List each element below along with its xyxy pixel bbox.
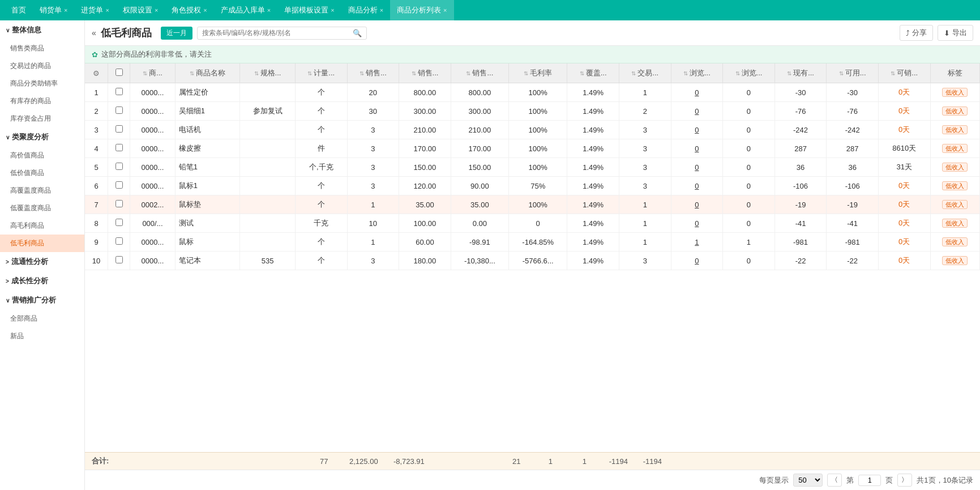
sidebar-item-low-coverage[interactable]: 低覆盖度商品 xyxy=(0,199,84,217)
nav-product-entry-close[interactable]: × xyxy=(267,7,271,14)
browse1-link-4[interactable]: 0 xyxy=(695,163,699,172)
nav-product-analysis-close[interactable]: × xyxy=(380,7,383,14)
col-settings[interactable]: ⚙ xyxy=(85,63,108,83)
settings-icon[interactable]: ⚙ xyxy=(93,69,100,78)
browse1-link-8[interactable]: 1 xyxy=(695,238,699,246)
row-browse1-9[interactable]: 0 xyxy=(671,252,723,270)
row-browse1-5[interactable]: 0 xyxy=(671,177,723,195)
row-checkbox-4[interactable] xyxy=(108,158,130,177)
row-browse1-3[interactable]: 0 xyxy=(671,139,723,158)
sidebar-collapse-btn[interactable]: « xyxy=(92,28,96,37)
row-tag-0[interactable]: 低收入 xyxy=(930,83,979,102)
col-name[interactable]: ⇅商品名称 xyxy=(175,63,239,83)
row-select-1[interactable] xyxy=(115,106,123,114)
nav-permissions[interactable]: 权限设置 × xyxy=(116,0,165,20)
sidebar-item-new-goods[interactable]: 新品 xyxy=(0,327,84,345)
row-select-8[interactable] xyxy=(115,237,123,245)
col-browse1[interactable]: ⇅浏览... xyxy=(671,63,723,83)
prev-page-btn[interactable]: 〈 xyxy=(827,474,842,487)
nav-permissions-close[interactable]: × xyxy=(155,7,158,14)
row-tag-8[interactable]: 低收入 xyxy=(930,233,979,252)
row-tag-4[interactable]: 低收入 xyxy=(930,158,979,177)
row-select-3[interactable] xyxy=(115,144,123,151)
sidebar-group-marketing[interactable]: ∨ 营销推广分析 xyxy=(0,291,84,310)
row-tag-5[interactable]: 低收入 xyxy=(930,177,979,195)
row-checkbox-0[interactable] xyxy=(108,83,130,102)
nav-product-analysis-list-close[interactable]: × xyxy=(443,7,447,14)
next-page-btn[interactable]: 〉 xyxy=(897,474,912,487)
row-select-7[interactable] xyxy=(115,219,123,226)
row-checkbox-6[interactable] xyxy=(108,195,130,214)
nav-sales-close[interactable]: × xyxy=(64,7,67,14)
row-checkbox-9[interactable] xyxy=(108,252,130,270)
sidebar-item-high-margin[interactable]: 高毛利商品 xyxy=(0,217,84,235)
row-browse1-6[interactable]: 0 xyxy=(671,195,723,214)
sidebar-item-all-goods[interactable]: 全部商品 xyxy=(0,310,84,327)
sidebar-item-high-value[interactable]: 高价值商品 xyxy=(0,147,84,164)
sidebar-item-traded-goods[interactable]: 交易过的商品 xyxy=(0,57,84,75)
sidebar-item-category-rate[interactable]: 商品分类助销率 xyxy=(0,75,84,92)
col-available[interactable]: ⇅可用... xyxy=(827,63,879,83)
sidebar-group-growth[interactable]: > 成长性分析 xyxy=(0,271,84,291)
sidebar-item-high-coverage[interactable]: 高覆盖度商品 xyxy=(0,182,84,199)
sidebar-item-stocked-goods[interactable]: 有库存的商品 xyxy=(0,92,84,110)
export-btn[interactable]: ⬇ 导出 xyxy=(938,25,973,41)
row-select-4[interactable] xyxy=(115,163,123,170)
nav-product-analysis[interactable]: 商品分析 × xyxy=(341,0,390,20)
row-select-0[interactable] xyxy=(115,88,123,95)
row-browse1-0[interactable]: 0 xyxy=(671,83,723,102)
search-icon[interactable]: 🔍 xyxy=(353,29,362,37)
per-page-select[interactable]: 50 20 100 xyxy=(793,474,823,487)
col-spec[interactable]: ⇅规格... xyxy=(240,63,296,83)
row-tag-9[interactable]: 低收入 xyxy=(930,252,979,270)
browse1-link-9[interactable]: 0 xyxy=(695,257,699,265)
nav-purchase[interactable]: 进货单 × xyxy=(74,0,115,20)
date-filter-btn[interactable]: 近一月 xyxy=(161,27,192,40)
nav-roles[interactable]: 角色授权 × xyxy=(165,0,213,20)
sidebar-group-overall[interactable]: ∨ 整体信息 xyxy=(0,20,84,40)
col-browse2[interactable]: ⇅浏览... xyxy=(723,63,775,83)
col-trade[interactable]: ⇅交易... xyxy=(619,63,671,83)
share-btn[interactable]: ⤴ 分享 xyxy=(900,25,933,41)
row-tag-7[interactable]: 低收入 xyxy=(930,214,979,233)
col-sales-qty[interactable]: ⇅销售... xyxy=(347,63,399,83)
col-cover-rate[interactable]: ⇅覆盖... xyxy=(567,63,619,83)
sidebar-item-inventory-capital[interactable]: 库存资金占用 xyxy=(0,110,84,127)
row-checkbox-7[interactable] xyxy=(108,214,130,233)
nav-sales[interactable]: 销货单 × xyxy=(33,0,74,20)
sidebar-item-sales-goods[interactable]: 销售类商品 xyxy=(0,40,84,57)
browse1-link-6[interactable]: 0 xyxy=(695,201,699,209)
select-all-checkbox[interactable] xyxy=(115,69,123,76)
col-tag[interactable]: 标签 xyxy=(930,63,979,83)
nav-purchase-close[interactable]: × xyxy=(105,7,109,14)
row-checkbox-5[interactable] xyxy=(108,177,130,195)
nav-template-close[interactable]: × xyxy=(331,7,334,14)
browse1-link-0[interactable]: 0 xyxy=(695,88,699,97)
row-browse1-2[interactable]: 0 xyxy=(671,121,723,139)
col-sales-amount[interactable]: ⇅销售... xyxy=(451,63,508,83)
col-current[interactable]: ⇅现有... xyxy=(774,63,827,83)
browse1-link-5[interactable]: 0 xyxy=(695,182,699,190)
browse1-link-1[interactable]: 0 xyxy=(695,107,699,116)
nav-template[interactable]: 单据模板设置 × xyxy=(277,0,341,20)
col-saleable[interactable]: ⇅可销... xyxy=(878,63,930,83)
row-tag-6[interactable]: 低收入 xyxy=(930,195,979,214)
col-unit[interactable]: ⇅计量... xyxy=(295,63,347,83)
browse1-link-2[interactable]: 0 xyxy=(695,126,699,134)
row-checkbox-8[interactable] xyxy=(108,233,130,252)
row-select-6[interactable] xyxy=(115,200,123,207)
row-checkbox-3[interactable] xyxy=(108,139,130,158)
col-gross-rate[interactable]: ⇅毛利率 xyxy=(509,63,567,83)
sidebar-item-low-margin[interactable]: 低毛利商品 xyxy=(0,235,84,252)
nav-product-entry[interactable]: 产成品入库单 × xyxy=(214,0,277,20)
row-tag-2[interactable]: 低收入 xyxy=(930,121,979,139)
page-number-input[interactable] xyxy=(858,475,881,486)
sidebar-item-low-value[interactable]: 低价值商品 xyxy=(0,164,84,182)
nav-home[interactable]: 首页 xyxy=(5,0,33,20)
browse1-link-3[interactable]: 0 xyxy=(695,144,699,153)
col-sales-price[interactable]: ⇅销售... xyxy=(399,63,451,83)
row-browse1-8[interactable]: 1 xyxy=(671,233,723,252)
row-tag-3[interactable]: 低收入 xyxy=(930,139,979,158)
row-tag-1[interactable]: 低收入 xyxy=(930,102,979,121)
row-checkbox-2[interactable] xyxy=(108,121,130,139)
